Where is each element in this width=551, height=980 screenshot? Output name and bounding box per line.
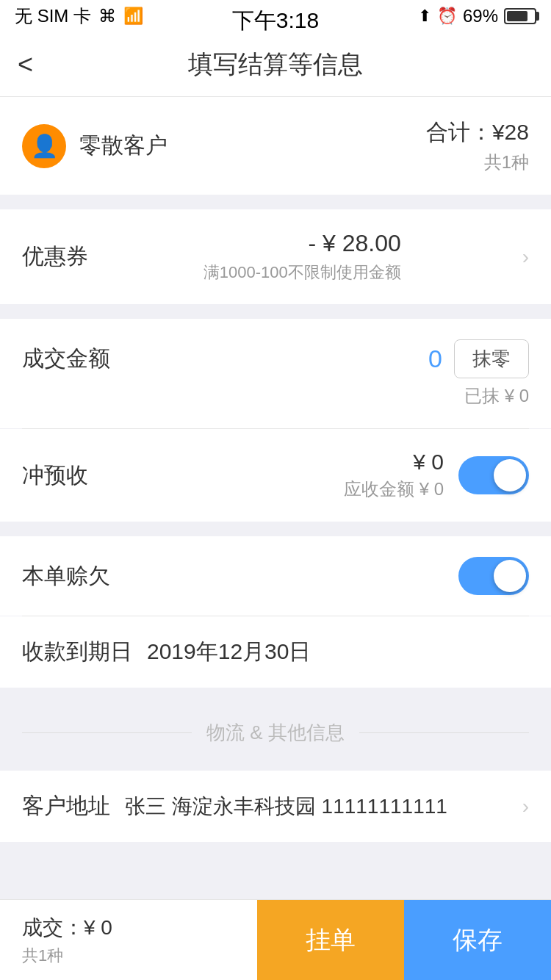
deal-amount-section: 成交金额 0 抹零 已抹 ¥ 0 (0, 319, 551, 428)
credit-toggle[interactable] (458, 557, 529, 595)
prepay-amount: ¥ 0 应收金额 ¥ 0 (344, 450, 444, 501)
prepay-right: ¥ 0 应收金额 ¥ 0 (344, 450, 529, 501)
bottom-bar: 成交：¥ 0 共1种 挂单 保存 (0, 899, 551, 980)
status-left: 无 SIM 卡 ⌘︎ 📶 (15, 4, 143, 28)
divider-3 (0, 522, 551, 536)
total-amount: 合计：¥28 (426, 118, 529, 148)
bottom-deal-value: ¥ 0 (84, 916, 112, 939)
page-title: 填写结算等信息 (188, 48, 363, 82)
deal-sub-label: 已抹 ¥ 0 (22, 384, 529, 408)
credit-label: 本单赊欠 (22, 561, 110, 591)
divider-4 (0, 688, 551, 702)
save-button[interactable]: 保存 (404, 900, 551, 981)
battery-percent: 69% (463, 6, 498, 26)
prepay-sub: 应收金额 ¥ 0 (344, 478, 444, 501)
divider-2 (0, 304, 551, 319)
credit-toggle-knob (494, 560, 526, 592)
back-button[interactable]: < (18, 49, 33, 80)
status-right: ⬆ ⏰ 69% (418, 6, 536, 26)
bottom-deal-label: 成交： (22, 916, 84, 939)
coupon-discount: - ¥ 28.00 (204, 230, 401, 257)
time-display: 下午3:18 (232, 6, 319, 36)
main-content: 👤 零散客户 合计：¥28 共1种 优惠券 - ¥ 28.00 满1000-10… (0, 97, 551, 980)
deal-label: 成交金额 (22, 344, 110, 374)
alarm-icon: ⏰ (437, 7, 457, 26)
header: < 填写结算等信息 (0, 32, 551, 97)
round-off-button[interactable]: 抹零 (454, 339, 529, 378)
total-count: 共1种 (426, 151, 529, 174)
customer-total: 合计：¥28 共1种 (426, 118, 529, 174)
due-date-section: 收款到期日 2019年12月30日 (0, 616, 551, 688)
customer-avatar: 👤 (22, 124, 66, 168)
person-icon: 👤 (31, 133, 58, 159)
logistics-section: 物流 & 其他信息 (0, 702, 551, 763)
address-label: 客户地址 (22, 791, 110, 821)
coupon-right: - ¥ 28.00 满1000-100不限制使用金额 (204, 230, 401, 284)
coupon-section[interactable]: 优惠券 - ¥ 28.00 满1000-100不限制使用金额 › (0, 209, 551, 304)
hold-button[interactable]: 挂单 (257, 900, 404, 981)
location-icon: ⬆ (418, 7, 431, 26)
address-section[interactable]: 客户地址 张三 海淀永丰科技园 11111111111 › (0, 771, 551, 842)
deal-value: 0 (428, 345, 442, 373)
carrier-text: 无 SIM 卡 (15, 4, 91, 28)
address-chevron-icon: › (522, 795, 529, 818)
bottom-deal-info: 成交：¥ 0 共1种 (0, 914, 257, 967)
credit-section: 本单赊欠 (0, 536, 551, 616)
logistics-line: 物流 & 其他信息 (22, 720, 529, 746)
address-value: 张三 海淀永丰科技园 11111111111 (125, 793, 516, 821)
prepay-label: 冲预收 (22, 461, 88, 491)
coupon-label: 优惠券 (22, 242, 88, 272)
deal-right: 0 抹零 (428, 339, 529, 378)
divider-5 (0, 763, 551, 771)
due-date-label: 收款到期日 (22, 637, 132, 667)
logistics-line-left (22, 732, 192, 733)
divider-1 (0, 195, 551, 209)
bottom-deal-text: 成交：¥ 0 (22, 914, 235, 942)
battery-icon (504, 8, 536, 24)
coupon-desc: 满1000-100不限制使用金额 (204, 262, 401, 284)
prepay-top: 冲预收 ¥ 0 应收金额 ¥ 0 (22, 450, 529, 501)
wifi-icon: ⌘︎ (98, 6, 116, 26)
toggle-knob (494, 459, 526, 491)
status-bar: 无 SIM 卡 ⌘︎ 📶 下午3:18 ⬆ ⏰ 69% (0, 0, 551, 32)
customer-section: 👤 零散客户 合计：¥28 共1种 (0, 97, 551, 195)
prepay-value: ¥ 0 (344, 450, 444, 475)
due-date-value: 2019年12月30日 (147, 637, 311, 667)
prepay-toggle[interactable] (458, 456, 529, 494)
customer-name: 零散客户 (79, 131, 168, 161)
wifi-signal-icon: 📶 (123, 7, 143, 26)
chevron-right-icon: › (522, 245, 529, 269)
logistics-label: 物流 & 其他信息 (206, 720, 345, 746)
prepay-section: 冲预收 ¥ 0 应收金额 ¥ 0 (0, 429, 551, 522)
customer-info: 👤 零散客户 (22, 124, 168, 168)
bottom-count: 共1种 (22, 945, 235, 967)
logistics-line-right (359, 732, 529, 733)
deal-top-row: 成交金额 0 抹零 (22, 339, 529, 378)
